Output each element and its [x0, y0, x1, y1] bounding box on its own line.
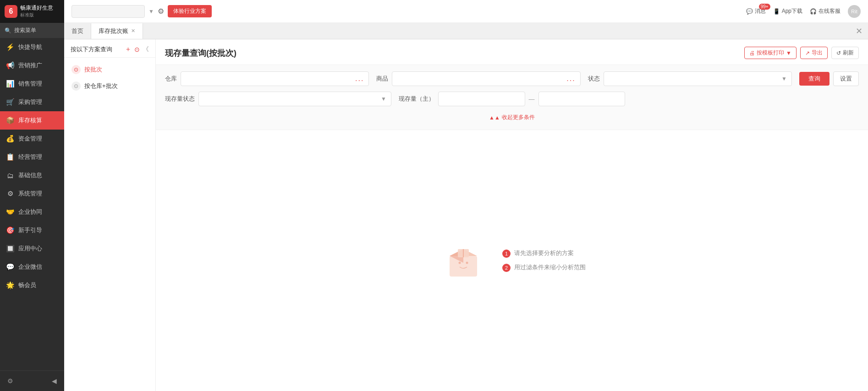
sidebar-search[interactable]: 🔍 搜索菜单	[0, 23, 64, 38]
sidebar-item-wechat[interactable]: 💬 企业微信	[0, 258, 64, 276]
topbar-search-input[interactable]	[71, 5, 145, 18]
topbar-left: ▼ ⚙ 体验行业方案	[71, 5, 742, 18]
sidebar-footer: ⚙ ◀	[0, 370, 64, 391]
topbar-dropdown-icon[interactable]: ▼	[148, 8, 154, 15]
settings-button[interactable]: 设置	[833, 71, 859, 86]
app-download-icon: 📱	[773, 8, 780, 15]
add-plan-button[interactable]: ＋	[125, 45, 132, 54]
empty-tip-1: 1 请先选择要分析的方案	[502, 249, 586, 258]
sidebar-item-label: 基础信息	[18, 171, 42, 179]
enterprise-icon: 🤝	[5, 208, 15, 216]
tab-home-label: 首页	[71, 27, 83, 35]
sidebar-item-label: 应用中心	[18, 244, 42, 253]
print-dropdown-icon[interactable]: ▼	[786, 50, 791, 56]
sidebar-item-purchase[interactable]: 🛒 采购管理	[0, 93, 64, 111]
warehouse-dots-icon[interactable]: ...	[355, 75, 364, 83]
empty-tip-2: 2 用过滤条件来缩小分析范围	[502, 263, 586, 272]
message-icon: 💬	[746, 8, 753, 15]
refresh-icon: ↺	[836, 50, 841, 56]
avatar-text: Rit	[851, 9, 857, 14]
inventory-icon: 📦	[5, 116, 15, 125]
sidebar-item-label: 库存核算	[18, 116, 42, 125]
sidebar-item-quick-nav[interactable]: ⚡ 快捷导航	[0, 38, 64, 56]
print-button[interactable]: 🖨 按模板打印 ▼	[744, 47, 797, 59]
sidebar-item-label: 采购管理	[18, 98, 42, 106]
sidebar-item-apps[interactable]: 🔲 应用中心	[0, 239, 64, 258]
app-download-button[interactable]: 📱 App下载	[773, 7, 802, 15]
app-logo: 6	[5, 5, 17, 18]
sidebar-item-label: 畅会员	[18, 281, 36, 289]
tab-home[interactable]: 首页	[64, 23, 91, 39]
refresh-button[interactable]: ↺ 刷新	[831, 47, 859, 59]
system-icon: ⚙	[5, 190, 15, 198]
tip-2-text: 用过滤条件来缩小分析范围	[514, 263, 586, 272]
close-panel-button[interactable]: ✕	[850, 26, 868, 36]
query-button[interactable]: 查询	[799, 72, 830, 86]
warehouse-input[interactable]: ...	[181, 71, 369, 86]
footer-collapse-button[interactable]: ◀	[50, 375, 59, 386]
footer-settings-button[interactable]: ⚙	[5, 375, 15, 386]
product-input[interactable]: ...	[392, 71, 580, 86]
tab-inventory-batch-label: 库存批次账	[99, 27, 128, 35]
plan-item-by-batch[interactable]: ⊙ 按批次	[64, 61, 155, 78]
sidebar-item-newbie[interactable]: 🎯 新手引导	[0, 221, 64, 239]
tip-1-number: 1	[502, 250, 511, 258]
right-panel: 现存量查询(按批次) 🖨 按模板打印 ▼ ↗ 导出 ↺ 刷新	[156, 39, 868, 391]
sidebar-item-inventory[interactable]: 📦 库存核算	[0, 111, 64, 130]
svg-point-6	[466, 262, 468, 264]
sidebar-item-member[interactable]: 🌟 畅会员	[0, 276, 64, 294]
topbar-gear-icon[interactable]: ⚙	[158, 7, 164, 16]
basic-icon: 🗂	[5, 172, 15, 179]
wechat-icon: 💬	[5, 263, 15, 271]
topbar-right: 💬 消息 99+ 📱 App下载 🎧 在线客服 Rit	[746, 5, 861, 18]
tip-1-text: 请先选择要分析的方案	[514, 249, 574, 257]
collapse-filters-button[interactable]: ▲▲ 收起更多条件	[165, 112, 859, 123]
tab-inventory-batch[interactable]: 库存批次账 ✕	[91, 23, 143, 39]
apps-icon: 🔲	[5, 244, 15, 253]
empty-box-svg	[440, 238, 486, 283]
messages-button[interactable]: 💬 消息 99+	[746, 7, 766, 15]
sidebar-item-marketing[interactable]: 📢 营销推广	[0, 56, 64, 75]
user-avatar[interactable]: Rit	[848, 5, 861, 18]
status-dropdown-icon: ▼	[781, 76, 787, 82]
plan-list: ⊙ 按批次 ⊙ 按仓库+批次	[64, 58, 155, 391]
sidebar-item-system[interactable]: ⚙ 系统管理	[0, 185, 64, 203]
sidebar-item-sales[interactable]: 📊 销售管理	[0, 75, 64, 93]
sidebar-item-finance[interactable]: 💰 资金管理	[0, 130, 64, 148]
panel-collapse-button[interactable]: 《	[143, 45, 149, 54]
filter-row-2: 现存量状态 ▼ 现存量（主） —	[165, 92, 859, 106]
sidebar-item-label: 企业微信	[18, 263, 42, 271]
stock-status-dropdown-icon: ▼	[381, 96, 386, 102]
stock-status-select[interactable]: ▼	[198, 92, 391, 106]
stock-qty-label: 现存量（主）	[399, 95, 434, 103]
sidebar-item-label: 营销推广	[18, 61, 42, 70]
plan-settings-button[interactable]: ⊙	[134, 46, 140, 53]
stock-qty-max-input[interactable]	[538, 92, 626, 106]
export-button[interactable]: ↗ 导出	[800, 47, 828, 59]
sidebar-item-basic[interactable]: 🗂 基础信息	[0, 166, 64, 185]
search-icon: 🔍	[5, 27, 11, 34]
sidebar-item-label: 快捷导航	[18, 43, 42, 51]
status-select[interactable]: ▼	[604, 71, 792, 86]
filter-area: 仓库 ... 商品 ... 状态	[156, 65, 868, 130]
warehouse-label: 仓库	[165, 75, 177, 83]
online-service-label: 在线客服	[819, 7, 841, 15]
stock-qty-min-input[interactable]	[438, 92, 525, 106]
marketing-icon: 📢	[5, 61, 15, 70]
plan-label-warehouse-batch: 按仓库+批次	[84, 82, 118, 90]
online-service-button[interactable]: 🎧 在线客服	[810, 7, 841, 15]
newbie-icon: 🎯	[5, 226, 15, 234]
plan-item-by-warehouse-batch[interactable]: ⊙ 按仓库+批次	[64, 78, 155, 94]
empty-state: 1 请先选择要分析的方案 2 用过滤条件来缩小分析范围	[156, 130, 868, 391]
status-label: 状态	[588, 75, 600, 83]
member-icon: 🌟	[5, 281, 15, 289]
sidebar-item-enterprise[interactable]: 🤝 企业协同	[0, 203, 64, 221]
company-name: 畅康通好生意	[20, 5, 53, 12]
product-dots-icon[interactable]: ...	[566, 75, 575, 83]
experience-button[interactable]: 体验行业方案	[168, 5, 212, 17]
tab-close-button[interactable]: ✕	[131, 28, 135, 34]
print-icon: 🖨	[749, 50, 755, 56]
sidebar-item-operations[interactable]: 📋 经营管理	[0, 148, 64, 166]
tabbar: 首页 库存批次账 ✕ ✕	[64, 23, 868, 39]
app-download-label: App下载	[782, 7, 802, 15]
